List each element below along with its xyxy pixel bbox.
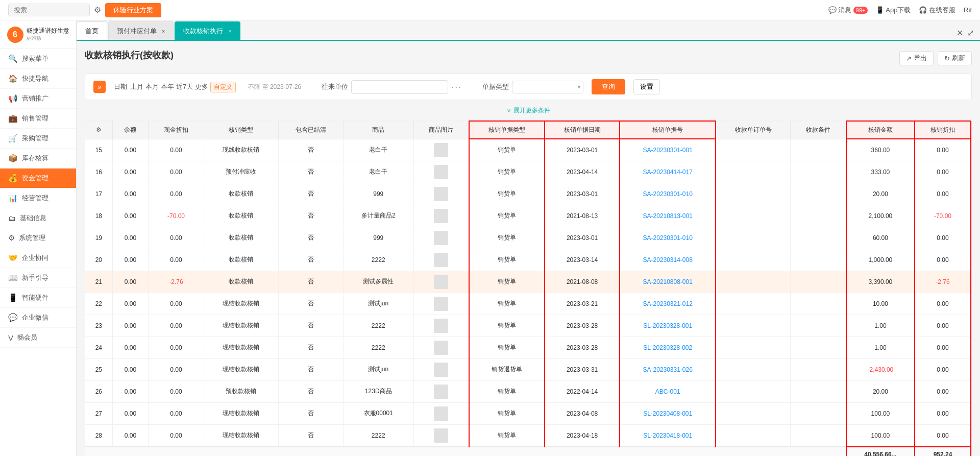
cell-receipt-cond [791,358,846,380]
inventory-icon: 📦 [8,154,18,163]
cell-wo-no[interactable]: SL-20230328-001 [620,315,716,337]
wo-no-link[interactable]: SA-20210813-001 [643,212,692,220]
message-area[interactable]: 💬 消息 99+ [828,6,868,15]
cell-wo-no[interactable]: SA-20230331-026 [620,358,716,380]
sidebar-item-vip[interactable]: V 畅会员 [0,328,76,348]
cell-writeoff-type: 现结收款核销 [204,424,278,447]
tab-writeoff-close[interactable]: × [228,28,231,34]
sidebar-item-basic[interactable]: 🗂 基础信息 [0,208,76,228]
cell-wo-amount: 100.00 [846,402,915,424]
wo-no-link[interactable]: SA-20210808-001 [643,278,692,285]
wo-no-link[interactable]: SL-20230328-002 [643,344,692,351]
sidebar-item-corp[interactable]: 🤝 企业协同 [0,248,76,268]
cell-receipt-cond [791,337,846,358]
cell-wo-no[interactable]: SA-20210813-001 [620,205,716,227]
cell-receipt-cond [791,183,846,205]
sidebar-item-sales[interactable]: 💼 销售管理 [0,109,76,129]
wo-no-link[interactable]: SA-20230414-017 [643,169,692,176]
sidebar-label-sales: 销售管理 [22,114,48,123]
query-button[interactable]: 查询 [592,79,625,94]
tab-home[interactable]: 首页 [77,21,107,40]
sidebar-item-purchase[interactable]: 🛒 采购管理 [0,129,76,149]
cell-wo-no[interactable]: SA-20210808-001 [620,271,716,293]
this-year-link[interactable]: 本年 [161,82,174,91]
counterparty-input[interactable] [351,80,448,94]
online-service[interactable]: 🎧 在线客服 [919,6,955,15]
tab-prepay-close[interactable]: × [162,28,165,34]
tabs-bar: 首页 预付冲应付单 × 收款核销执行 × ✕ ⤢ [77,20,980,41]
cell-receipt-no [716,249,791,271]
sidebar-label-marketing: 营销推广 [22,94,48,103]
last7-link[interactable]: 近7天 [176,82,193,91]
column-include-settled: 包含已结清 [278,121,343,139]
table-row: 21 0.00 -2.76 收款核销 否 测试多属性 销货单 2021-08-0… [85,271,971,293]
sidebar-item-system[interactable]: ⚙ 系统管理 [0,228,76,248]
sidebar-item-hardware[interactable]: 📱 智能硬件 [0,288,76,308]
wo-no-link[interactable]: SL-20230328-001 [643,322,692,329]
sidebar-item-finance[interactable]: 💰 资金管理 [0,169,76,188]
sidebar-item-search[interactable]: 🔍 搜索菜单 [0,49,76,69]
wo-no-link[interactable]: SL-20230408-001 [643,410,692,417]
counterparty-dots[interactable]: ··· [451,82,462,92]
gear-icon[interactable]: ⚙ [94,5,101,15]
tab-writeoff[interactable]: 收款核销执行 × [175,21,240,40]
sidebar-item-guide[interactable]: 📖 新手引导 [0,268,76,288]
cell-wo-no[interactable]: SA-20230321-012 [620,293,716,315]
cell-wo-no[interactable]: ABC-001 [620,380,716,402]
doctype-select[interactable] [512,81,583,93]
sidebar-item-marketing[interactable]: 📢 营销推广 [0,89,76,109]
cell-wo-discount: 0.00 [915,183,971,205]
cell-product: 2222 [343,424,413,447]
cell-wo-no[interactable]: SL-20230328-002 [620,337,716,358]
wo-no-link[interactable]: SA-20230301-010 [643,190,692,198]
app-download[interactable]: 📱 App下载 [876,6,911,15]
wo-no-link[interactable]: ABC-001 [655,388,680,395]
tab-close-btn[interactable]: ✕ [957,28,963,38]
tab-prepay[interactable]: 预付冲应付单 × [108,21,174,40]
cell-wo-doc-type: 销货单 [469,139,545,161]
wo-no-link[interactable]: SL-20230418-001 [643,432,692,439]
table-row: 26 0.00 0.00 预收款核销 否 123D商品 销货单 2022-04-… [85,380,971,402]
sidebar-item-quick[interactable]: 🏠 快捷导航 [0,69,76,89]
cell-wo-no[interactable]: SL-20230408-001 [620,402,716,424]
sidebar-item-wechat[interactable]: 💬 企业微信 [0,308,76,328]
cell-cash-discount: 0.00 [149,293,204,315]
cell-wo-amount: -2,430.00 [846,358,915,380]
wo-no-link[interactable]: SA-20230321-012 [643,300,692,307]
sidebar-item-operation[interactable]: 📊 经营管理 [0,188,76,208]
last-month-link[interactable]: 上月 [130,82,143,91]
tab-writeoff-label: 收款核销执行 [183,27,223,36]
wo-no-link[interactable]: SA-20230301-001 [643,147,692,154]
table-row: 25 0.00 0.00 现结收款核销 否 测试jun 销货退货单 2023-0… [85,358,971,380]
search-input[interactable] [8,4,90,16]
table-row: 19 0.00 0.00 收款核销 否 999 销货单 2023-03-01 S… [85,227,971,249]
cell-wo-amount: 3,390.00 [846,271,915,293]
cell-wo-no[interactable]: SL-20230418-001 [620,424,716,447]
expand-more-btn[interactable]: ∨ 展开更多条件 [85,104,972,117]
cell-wo-no[interactable]: SA-20230301-001 [620,139,716,161]
user-name[interactable]: Rit [964,6,972,14]
cell-wo-no[interactable]: SA-20230301-010 [620,227,716,249]
table-row: 22 0.00 0.00 现结收款核销 否 测试jun 销货单 2023-03-… [85,293,971,315]
cell-wo-no[interactable]: SA-20230301-010 [620,183,716,205]
custom-date-btn[interactable]: 自定义 [210,82,236,92]
wo-no-link[interactable]: SA-20230301-010 [643,234,692,242]
export-button[interactable]: ↗ 导出 [899,51,934,65]
cell-writeoff-type: 现结收款核销 [204,315,278,337]
this-month-link[interactable]: 本月 [145,82,159,91]
more-link[interactable]: 更多 [195,82,208,91]
refresh-button[interactable]: ↻ 刷新 [938,51,972,65]
wo-no-link[interactable]: SA-20230314-008 [643,256,692,263]
setting-button[interactable]: 设置 [633,79,660,94]
cell-wo-no[interactable]: SA-20230314-008 [620,249,716,271]
filter-collapse-btn[interactable]: » [93,81,106,93]
sidebar-label-inventory: 库存核算 [22,154,48,163]
solution-button[interactable]: 休验行业方案 [105,3,161,17]
sidebar-item-inventory[interactable]: 📦 库存核算 [0,149,76,169]
cell-product: 测试jun [343,293,413,315]
tab-expand-btn[interactable]: ⤢ [967,28,974,38]
cell-receipt-no [716,337,791,358]
column-gear[interactable]: ⚙ [85,121,112,139]
cell-wo-no[interactable]: SA-20230414-017 [620,161,716,183]
wo-no-link[interactable]: SA-20230331-026 [643,366,692,373]
